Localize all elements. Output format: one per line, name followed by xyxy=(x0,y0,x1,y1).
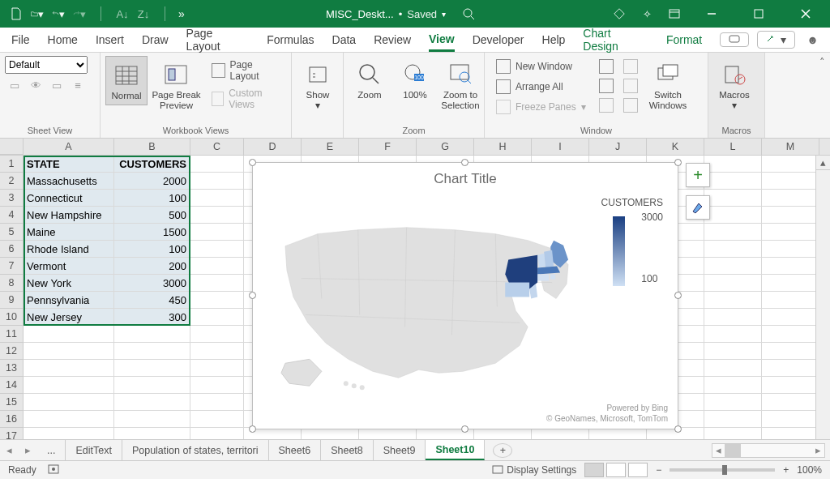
scroll-up-icon[interactable]: ▴ xyxy=(816,156,830,170)
cell-M1[interactable] xyxy=(762,156,819,173)
cell-M2[interactable] xyxy=(762,173,819,190)
cell-A16[interactable] xyxy=(24,411,114,428)
cell-A12[interactable] xyxy=(24,343,114,360)
horizontal-scrollbar[interactable]: ◂▸ xyxy=(712,443,825,458)
cell-M10[interactable] xyxy=(762,309,819,326)
undo-icon[interactable]: ▾ xyxy=(52,7,65,20)
magic-icon[interactable]: ✧ xyxy=(640,7,653,20)
cell-M12[interactable] xyxy=(762,343,819,360)
select-all-corner[interactable] xyxy=(0,139,24,155)
row-header[interactable]: 17 xyxy=(0,428,24,439)
cell-B12[interactable] xyxy=(114,343,190,360)
row-header[interactable]: 10 xyxy=(0,309,24,326)
cell-B10[interactable]: 300 xyxy=(114,309,190,326)
sheet-tab--[interactable]: ... xyxy=(37,440,66,460)
cell-B17[interactable] xyxy=(114,428,190,439)
new-sheet-button[interactable]: + xyxy=(493,443,512,458)
cell-L7[interactable] xyxy=(704,258,762,275)
cell-L8[interactable] xyxy=(704,275,762,292)
cell-L6[interactable] xyxy=(704,241,762,258)
cell-B8[interactable]: 3000 xyxy=(114,275,190,292)
sort-asc-icon[interactable]: A↓ xyxy=(116,7,129,20)
cell-L4[interactable] xyxy=(704,207,762,224)
switch-windows-button[interactable]: Switch Windows xyxy=(644,56,692,114)
row-header[interactable]: 4 xyxy=(0,207,24,224)
column-headers[interactable]: ABCDEFGHIJKLM xyxy=(0,139,830,156)
col-header-J[interactable]: J xyxy=(589,139,647,155)
tab-draw[interactable]: Draw xyxy=(142,28,169,52)
sheet-tab-sheet6[interactable]: Sheet6 xyxy=(269,440,322,460)
sheet-tab-edittext[interactable]: EditText xyxy=(66,440,122,460)
cell-L5[interactable] xyxy=(704,224,762,241)
cell-C1[interactable] xyxy=(190,156,244,173)
cell-L14[interactable] xyxy=(704,377,762,394)
tab-file[interactable]: File xyxy=(11,28,30,52)
col-header-C[interactable]: C xyxy=(190,139,244,155)
col-header-F[interactable]: F xyxy=(359,139,417,155)
row-header[interactable]: 11 xyxy=(0,326,24,343)
cell-B2[interactable]: 2000 xyxy=(114,173,190,190)
cell-F17[interactable] xyxy=(359,428,417,439)
sheet-tab-population-of-states-territori[interactable]: Population of states, territori xyxy=(122,440,269,460)
cell-M4[interactable] xyxy=(762,207,819,224)
cell-M9[interactable] xyxy=(762,292,819,309)
cell-C3[interactable] xyxy=(190,190,244,207)
row-header[interactable]: 12 xyxy=(0,343,24,360)
zoom-button[interactable]: Zoom xyxy=(349,56,391,104)
cell-C11[interactable] xyxy=(190,326,244,343)
sheet-tab-sheet9[interactable]: Sheet9 xyxy=(374,440,426,460)
chart-styles-button[interactable] xyxy=(686,195,710,220)
ribbon-mode-icon[interactable] xyxy=(668,7,681,20)
cell-C13[interactable] xyxy=(190,360,244,377)
cell-B13[interactable] xyxy=(114,360,190,377)
cell-L3[interactable] xyxy=(704,190,762,207)
split-icon[interactable] xyxy=(599,59,614,74)
cell-M7[interactable] xyxy=(762,258,819,275)
row-header[interactable]: 2 xyxy=(0,173,24,190)
cell-B7[interactable]: 200 xyxy=(114,258,190,275)
row-header[interactable]: 6 xyxy=(0,241,24,258)
cell-L10[interactable] xyxy=(704,309,762,326)
cell-C4[interactable] xyxy=(190,207,244,224)
cell-A7[interactable]: Vermont xyxy=(24,258,114,275)
cell-A15[interactable] xyxy=(24,394,114,411)
row-header[interactable]: 13 xyxy=(0,360,24,377)
col-header-A[interactable]: A xyxy=(24,139,114,155)
sync-scroll-icon[interactable] xyxy=(623,79,638,93)
cell-A17[interactable] xyxy=(24,428,114,439)
help-icon[interactable]: ☻ xyxy=(803,33,822,46)
tab-formulas[interactable]: Formulas xyxy=(267,28,314,52)
zoom-in-button[interactable]: + xyxy=(783,464,789,476)
macro-record-icon[interactable] xyxy=(48,463,61,477)
cell-J17[interactable] xyxy=(589,428,647,439)
col-header-G[interactable]: G xyxy=(417,139,474,155)
cell-C15[interactable] xyxy=(190,394,244,411)
sheet-tab-sheet10[interactable]: Sheet10 xyxy=(426,440,485,460)
cell-L1[interactable] xyxy=(704,156,762,173)
row-header[interactable]: 3 xyxy=(0,190,24,207)
cell-A5[interactable]: Maine xyxy=(24,224,114,241)
cell-A9[interactable]: Pennsylvania xyxy=(24,292,114,309)
cell-A3[interactable]: Connecticut xyxy=(24,190,114,207)
cell-A10[interactable]: New Jersey xyxy=(24,309,114,326)
map-chart[interactable]: Chart Title CUSTOMERS 3000 100 xyxy=(252,162,678,429)
cell-C12[interactable] xyxy=(190,343,244,360)
unhide-icon[interactable] xyxy=(599,98,614,113)
macros-button[interactable]: Macros▾ xyxy=(713,56,755,114)
cell-C9[interactable] xyxy=(190,292,244,309)
row-header[interactable]: 15 xyxy=(0,394,24,411)
tab-review[interactable]: Review xyxy=(374,28,411,52)
share-button[interactable]: ▾ xyxy=(757,31,795,49)
search-icon[interactable] xyxy=(462,7,475,20)
col-header-H[interactable]: H xyxy=(474,139,532,155)
row-header[interactable]: 9 xyxy=(0,292,24,309)
vertical-scrollbar[interactable]: ▴ xyxy=(815,156,830,439)
cell-M14[interactable] xyxy=(762,377,819,394)
tab-help[interactable]: Help xyxy=(542,28,566,52)
page-layout-view-icon[interactable] xyxy=(606,463,626,477)
cell-L16[interactable] xyxy=(704,411,762,428)
chevron-down-icon[interactable]: ▾ xyxy=(442,10,446,19)
tab-chart-design[interactable]: Chart Design xyxy=(583,28,648,52)
cell-B4[interactable]: 500 xyxy=(114,207,190,224)
view-side-icon[interactable] xyxy=(623,59,638,74)
